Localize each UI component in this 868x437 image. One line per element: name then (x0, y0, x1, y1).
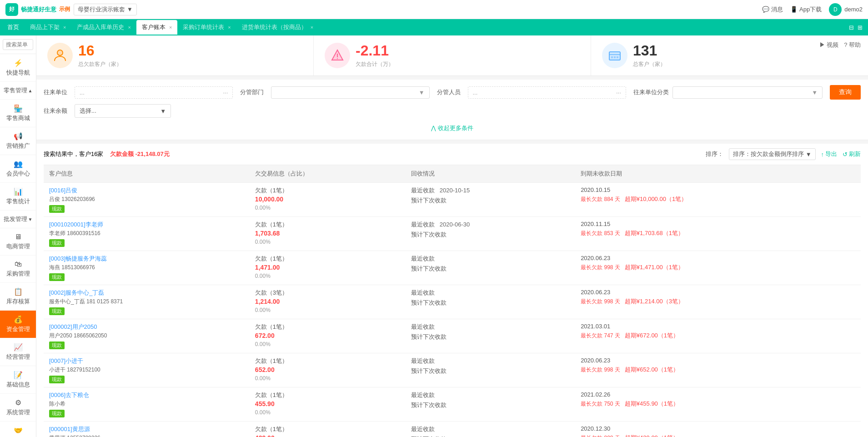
video-btn[interactable]: ▶ 视频 (819, 41, 839, 49)
tab-product-listing[interactable]: 商品上下架 × (25, 20, 71, 35)
debt-info-cell: 欠款（1笔） 455.90 0.00% (250, 387, 406, 422)
stat-card-customers: 16 总欠款客户（家） (36, 35, 314, 75)
store-dropdown-icon: ▼ (127, 6, 133, 13)
tab-customer-account[interactable]: 客户账本 × (136, 20, 177, 35)
table-row: [0002]服务中心_丁磊 服务中心_丁磊 181 0125 8371 现款 欠… (44, 285, 861, 319)
overdue-link[interactable]: 超期¥652.00（1笔） (625, 366, 679, 373)
tab-close-icon[interactable]: × (169, 25, 172, 30)
tab-inbound-history[interactable]: 产成品入库单历史 × (71, 20, 136, 35)
filter-person: 分管人员 ... ··· (437, 86, 626, 99)
customer-tag: 现款 (49, 376, 65, 383)
tab-close-icon[interactable]: × (228, 25, 231, 30)
customer-name-link[interactable]: [0006]去下粮仓 (49, 391, 244, 399)
tab-inbound-stats[interactable]: 进货单统计表（按商品） × (236, 20, 319, 35)
filter-balance: 往来余额 选择... ▼ (44, 104, 171, 118)
sidebar-item-retail-stat[interactable]: 📊 零售统计 (0, 183, 36, 211)
sidebar-item-batch-mgmt[interactable]: 批发管理 ▼ (0, 211, 36, 228)
sidebar-item-purchase[interactable]: 🛍 采购管理 (0, 256, 36, 283)
refresh-btn[interactable]: ↺ 刷新 (843, 150, 861, 158)
debt-info-cell: 欠款（1笔） 672.00 0.00% (250, 319, 406, 353)
tab-home[interactable]: 首页 (2, 20, 25, 35)
last-payment-label: 最近收款 (411, 289, 570, 297)
sidebar-item-finance[interactable]: 💰 资金管理 (0, 311, 36, 338)
recovery-cell: 最近收款 2020-10-15 预计下次收款 (406, 183, 575, 217)
overdue-link[interactable]: 超期¥10,000.00（1笔） (625, 196, 687, 202)
sidebar-item-corp[interactable]: 🤝 企业协同 (0, 422, 36, 437)
sort-select[interactable]: 排序：按欠款金额倒序排序 ▼ (729, 148, 816, 160)
tab-close-icon[interactable]: × (63, 25, 66, 30)
recovery-cell: 最近收款 预计下次收款 (406, 319, 575, 353)
filter-area: 往来单位 ... ··· 分管部门 ▼ 分管人员 ... (36, 80, 868, 140)
svg-rect-6 (611, 56, 613, 58)
debt-amount: 1,703.68 (255, 230, 400, 237)
customer-name-link[interactable]: [0001020001]李老师 (49, 221, 244, 229)
recovery-cell: 最近收款 预计下次收款 (406, 353, 575, 387)
balance-placeholder: 选择... (80, 107, 96, 115)
customer-name-link[interactable]: [0016]吕俊 (49, 186, 244, 195)
sidebar-item-fast-nav[interactable]: ⚡ 快捷导航 (0, 54, 36, 82)
ops-icon: 📈 (14, 343, 23, 352)
customer-cell: [0003]畅捷服务尹海蕊 海燕 18513066976 现款 (44, 251, 250, 285)
filter-balance-select[interactable]: 选择... ▼ (75, 104, 171, 118)
tab-close-icon[interactable]: × (311, 25, 313, 30)
sidebar-search-input[interactable] (3, 39, 33, 50)
top-bar: 好 畅捷通好生意 示例 母婴行业演示账套 ▼ 💬 消息 📱 App下载 D de… (0, 0, 868, 19)
help-btn[interactable]: ? 帮助 (844, 41, 861, 49)
overdue-link[interactable]: 超期¥429.00（1笔） (625, 434, 679, 437)
sidebar-item-label: 零售统计 (6, 197, 30, 206)
customer-name-link[interactable]: [000001]黄思源 (49, 425, 244, 433)
customer-name-link[interactable]: [0002]服务中心_丁磊 (49, 289, 244, 297)
store-selector[interactable]: 母婴行业演示账套 ▼ (74, 4, 137, 15)
filter-dept-select[interactable]: ▼ (271, 86, 429, 99)
table-row: [0016]吕俊 吕俊 13026203696 现款 欠款（1笔） 10,000… (44, 183, 861, 217)
sidebar-item-ops[interactable]: 📈 经营管理 (0, 338, 36, 366)
sidebar-item-label: 会员中心 (6, 170, 30, 178)
sidebar-item-inventory[interactable]: 📋 库存核算 (0, 283, 36, 311)
next-payment-label: 预计下次收款 (411, 299, 570, 307)
customer-name-link[interactable]: [0007]小进干 (49, 357, 244, 365)
tab-close-icon[interactable]: × (128, 25, 130, 30)
overdue-link[interactable]: 超期¥672.00（1笔） (625, 332, 679, 339)
overdue-info: 最长欠款 998 天 超期¥1,471.00（1笔） (581, 263, 855, 271)
tab-purchase-stats[interactable]: 采购订单统计表 × (177, 20, 236, 35)
next-payment-label: 预计下次收款 (411, 196, 570, 205)
overdue-link[interactable]: 超期¥455.90（1笔） (625, 400, 679, 407)
collapse-icon: ⋀ (431, 125, 436, 131)
sidebar-item-system[interactable]: ⚙ 系统管理 (0, 394, 36, 422)
corp-icon: 🤝 (14, 426, 23, 435)
overdue-link[interactable]: 超期¥1,214.00（3笔） (625, 298, 684, 305)
filter-unit-input[interactable]: ... ··· (75, 86, 233, 99)
due-date-cell: 2020.06.23 最长欠款 998 天 超期¥1,471.00（1笔） (575, 251, 861, 285)
overdue-link[interactable]: 超期¥1,703.68（1笔） (625, 230, 684, 236)
user-profile[interactable]: D demo2 (829, 3, 863, 16)
message-btn[interactable]: 💬 消息 (762, 5, 783, 14)
filter-person-input[interactable]: ... ··· (468, 86, 626, 99)
svg-point-3 (337, 58, 338, 59)
overdue-link[interactable]: 超期¥1,471.00（1笔） (625, 264, 684, 271)
due-date-cell: 2021.03.01 最长欠款 747 天 超期¥672.00（1笔） (575, 319, 861, 353)
sidebar-item-ecom[interactable]: 🖥 电商管理 (0, 228, 36, 256)
export-btn[interactable]: ↑ 导出 (821, 150, 838, 158)
collapse-row[interactable]: ⋀ 收起更多条件 (44, 122, 861, 134)
sidebar-item-marketing[interactable]: 📢 营销推广 (0, 127, 36, 155)
due-date: 2020.11.15 (581, 221, 855, 227)
sidebar-item-retail-mgmt[interactable]: 零售管理 ▲ (0, 82, 36, 100)
sidebar-item-basic[interactable]: 📝 基础信息 (0, 366, 36, 394)
message-icon: 💬 (762, 6, 769, 13)
sidebar-item-retail-mall[interactable]: 🏪 零售商城 (0, 100, 36, 127)
query-button[interactable]: 查询 (830, 85, 861, 100)
tab-bar-actions: ⊟ ⊞ (849, 24, 866, 31)
total-debt-customers-value: 16 (78, 43, 122, 59)
debt-amount: 1,471.00 (255, 264, 400, 271)
chevron-down-icon: ▼ (419, 89, 425, 96)
debt-pct: 0.00% (255, 341, 400, 347)
app-download-btn[interactable]: 📱 App下载 (790, 5, 822, 14)
debt-count: 欠款（3笔） (255, 289, 400, 297)
filter-category-select[interactable]: ▼ (672, 86, 823, 99)
customer-name-link[interactable]: [0003]畅捷服务尹海蕊 (49, 255, 244, 263)
tab-minimize-icon[interactable]: ⊟ (849, 24, 854, 31)
customer-phone: 海燕 18513066976 (49, 264, 244, 271)
customer-name-link[interactable]: [000002]用户2050 (49, 323, 244, 331)
tab-expand-icon[interactable]: ⊞ (858, 24, 863, 31)
sidebar-item-member[interactable]: 👥 会员中心 (0, 155, 36, 183)
